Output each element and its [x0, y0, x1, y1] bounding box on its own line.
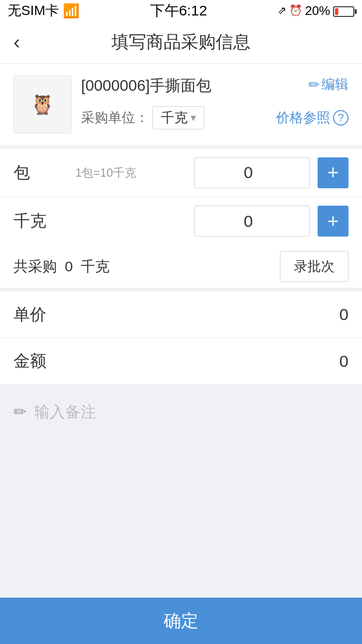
kg-number-input[interactable]: [194, 206, 310, 237]
alarm-icon: ⏰: [289, 4, 302, 17]
pencil-icon: ✏: [14, 403, 27, 421]
help-icon: ?: [333, 110, 348, 126]
summary-unit: 千克: [81, 258, 110, 274]
time-label: 下午6:12: [150, 1, 207, 21]
confirm-button[interactable]: 确定: [0, 598, 362, 644]
edit-label: 编辑: [321, 75, 348, 94]
product-header: [0000006]手撕面包 ✏ 编辑: [81, 75, 348, 97]
input-section: 包 1包=10千克 + 千克 +: [0, 149, 362, 245]
kg-input-right: +: [71, 206, 348, 237]
summary-prefix: 共采购: [14, 258, 57, 274]
nav-bar: ‹ 填写商品采购信息: [0, 21, 362, 64]
status-bar: 无SIM卡 📶 下午6:12 ⇗ ⏰ 20%: [0, 0, 362, 21]
amount-row: 金额 0: [0, 338, 362, 384]
summary-text: 共采购 0 千克: [14, 257, 110, 277]
unit-select[interactable]: 千克 ▾: [153, 106, 204, 129]
back-button[interactable]: ‹: [14, 31, 20, 53]
kg-label: 千克: [14, 210, 71, 232]
price-ref-label: 价格参照: [276, 109, 330, 127]
unit-price-value: 0: [339, 305, 348, 324]
wifi-icon: 📶: [63, 3, 80, 19]
bag-sublabel: 1包=10千克: [75, 165, 136, 181]
notes-placeholder: 输入备注: [34, 402, 96, 423]
product-name: [0000006]手撕面包: [81, 75, 211, 97]
unit-price-label: 单价: [14, 304, 46, 326]
edit-icon: ✏: [308, 77, 320, 93]
kg-input-row: 千克 +: [0, 197, 362, 245]
chevron-down-icon: ▾: [191, 112, 196, 124]
product-unit-row: 采购单位： 千克 ▾ 价格参照 ?: [81, 106, 348, 129]
unit-label: 采购单位：: [81, 109, 149, 127]
unit-value: 千克: [161, 109, 188, 127]
status-left: 无SIM卡 📶: [8, 1, 80, 20]
bag-input-right: +: [136, 157, 348, 188]
status-right: ⇗ ⏰ 20%: [278, 3, 354, 18]
product-image: 🦉: [14, 75, 71, 133]
summary-amount: 0: [65, 258, 73, 274]
product-thumbnail-icon: 🦉: [30, 93, 55, 116]
amount-value: 0: [339, 352, 348, 371]
summary-row: 共采购 0 千克 录批次: [0, 245, 362, 292]
page-title: 填写商品采购信息: [111, 30, 251, 54]
confirm-label: 确定: [164, 609, 198, 633]
kg-plus-button[interactable]: +: [318, 206, 348, 237]
bag-input-row: 包 1包=10千克 +: [0, 149, 362, 197]
batch-button[interactable]: 录批次: [280, 251, 348, 282]
content-spacer: [0, 446, 362, 591]
amount-label: 金额: [14, 350, 46, 372]
bag-plus-button[interactable]: +: [318, 157, 348, 188]
info-section: 单价 0 金额 0: [0, 292, 362, 384]
edit-button[interactable]: ✏ 编辑: [308, 75, 348, 94]
price-ref-button[interactable]: 价格参照 ?: [276, 109, 348, 127]
product-info: [0000006]手撕面包 ✏ 编辑 采购单位： 千克 ▾ 价格参照 ?: [81, 75, 348, 129]
unit-price-row: 单价 0: [0, 292, 362, 338]
bag-number-input[interactable]: [194, 157, 310, 188]
product-card: 🦉 [0000006]手撕面包 ✏ 编辑 采购单位： 千克 ▾ 价格参照 ?: [0, 64, 362, 149]
bag-label: 包: [14, 162, 71, 184]
battery-icon: [333, 3, 354, 18]
location-icon: ⇗: [278, 4, 286, 17]
notes-section[interactable]: ✏ 输入备注: [0, 388, 362, 446]
carrier-label: 无SIM卡: [8, 1, 59, 20]
battery-percent: 20%: [305, 3, 330, 18]
